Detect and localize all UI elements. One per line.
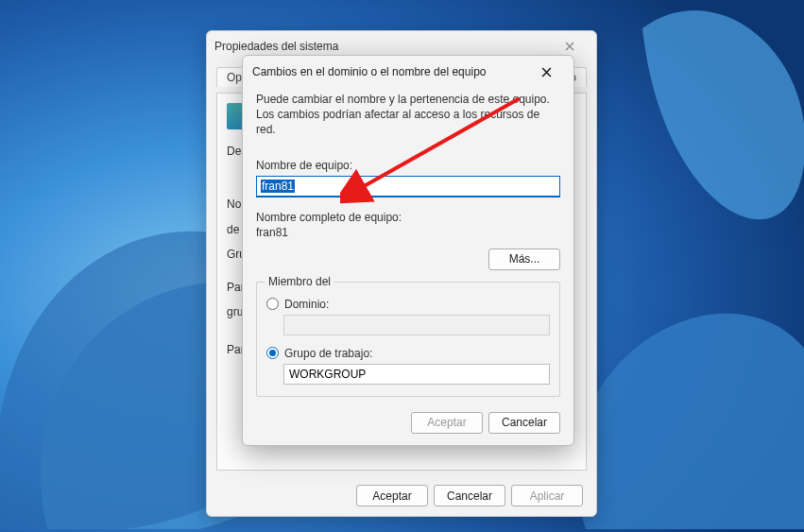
cancel-button[interactable]: Cancelar [488, 412, 560, 434]
full-computer-name-label: Nombre completo de equipo: [256, 211, 560, 224]
domain-input [283, 315, 550, 335]
close-icon[interactable] [528, 59, 564, 85]
cancel-button[interactable]: Cancelar [434, 485, 505, 506]
accept-button[interactable]: Aceptar [411, 412, 483, 434]
member-of-group: Miembro del Dominio: Grupo de trabajo: [256, 282, 560, 397]
parent-title: Propiedades del sistema [214, 40, 338, 53]
child-titlebar: Cambios en el dominio o el nombre del eq… [243, 56, 573, 88]
computer-name-changes-dialog: Cambios en el dominio o el nombre del eq… [242, 55, 574, 446]
child-footer: Aceptar Cancelar [243, 403, 573, 434]
domain-radio-row[interactable]: Dominio: [266, 298, 550, 311]
more-button[interactable]: Más... [488, 249, 560, 270]
dialog-description: Puede cambiar el nombre y la pertenencia… [256, 92, 560, 138]
full-computer-name-value: fran81 [256, 226, 560, 239]
domain-radio[interactable] [266, 298, 279, 310]
workgroup-radio[interactable] [266, 347, 279, 359]
accept-button[interactable]: Aceptar [356, 485, 428, 506]
computer-name-input[interactable]: fran81 [256, 176, 560, 197]
workgroup-input[interactable] [283, 364, 550, 385]
member-of-label: Miembro del [265, 275, 334, 288]
apply-button[interactable]: Aplicar [511, 485, 583, 506]
computer-name-label: Nombre de equipo: [256, 159, 560, 172]
child-title: Cambios en el dominio o el nombre del eq… [252, 65, 486, 78]
workgroup-label: Grupo de trabajo: [284, 347, 372, 360]
workgroup-radio-row[interactable]: Grupo de trabajo: [266, 347, 550, 360]
parent-footer: Aceptar Cancelar Aplicar [356, 485, 583, 506]
domain-label: Dominio: [284, 298, 329, 311]
